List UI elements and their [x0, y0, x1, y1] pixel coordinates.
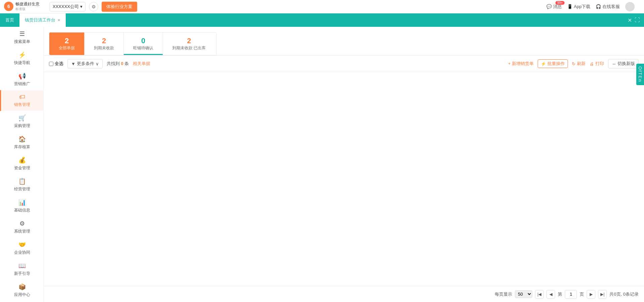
stat-number-pending: 0 [133, 37, 153, 45]
top-bar-right: 💬 消息 99+ 📱 App下载 🎧 在线客服 [546, 2, 640, 11]
stat-label-overdue: 到期未收款 [94, 46, 114, 50]
sidebar-item-finance[interactable]: 💰 资金管理 [0, 153, 43, 174]
search-icon: ☰ [19, 30, 25, 38]
logo-icon: 6 [4, 2, 13, 11]
app-download-button[interactable]: 📱 App下载 [567, 4, 590, 10]
company-selector[interactable]: XXXXXX公司 ▾ [50, 2, 86, 11]
stat-number-shipped: 2 [172, 37, 206, 45]
app-name: 畅捷通好生意 标准版 [15, 2, 40, 11]
table-area [44, 72, 644, 286]
result-text: 共找到 0 条 [107, 61, 129, 67]
sidebar: ☰ 搜索菜单 ⚡ 快捷导航 📢 营销推广 🏷 销售管理 🛒 采购管理 🏠 库存核… [0, 27, 44, 302]
refresh-icon: ↻ [572, 61, 576, 66]
sidebar-item-apps[interactable]: 📦 应用中心 [0, 280, 43, 301]
sidebar-item-enterprise[interactable]: 🤝 企业协同 [0, 238, 43, 259]
chevron-down-icon: ∨ [96, 61, 99, 66]
basics-icon: 📊 [18, 199, 26, 206]
total-text: 共0页, 0条记录 [609, 291, 639, 297]
nav-tab-actions: ✕ ⛶ [628, 17, 644, 23]
purchase-icon: 🛒 [18, 114, 26, 122]
sidebar-item-nav[interactable]: ⚡ 快捷导航 [0, 48, 43, 69]
message-button[interactable]: 💬 消息 99+ [546, 4, 562, 10]
operations-icon: 📋 [18, 178, 26, 185]
settings-button[interactable]: ⚙ [89, 2, 98, 11]
sidebar-item-operations[interactable]: 📋 经营管理 [0, 174, 43, 195]
tab-work[interactable]: 钱货日清工作台 ✕ [19, 13, 66, 27]
stat-number-overdue: 2 [94, 37, 114, 45]
toolbar: 全选 ▼ 更多条件 ∨ 共找到 0 条 相关单据 + 新增销货单 ⚡ 批 [44, 56, 644, 72]
sidebar-search-label: 搜索菜单 [14, 39, 30, 45]
inventory-icon: 🏠 [18, 135, 26, 143]
stat-card-pending[interactable]: 0 旺铺待确认 [124, 33, 163, 55]
print-button[interactable]: 🖨 打印 [590, 61, 604, 67]
top-bar-left: 6 畅捷通好生意 标准版 XXXXXX公司 ▾ ⚙ 体验行业方案 [4, 2, 137, 12]
finance-icon: 💰 [18, 157, 26, 164]
toolbar-right: + 新增销货单 ⚡ 批量操作 ↻ 刷新 🖨 打印 ↔ 切换新版 [508, 59, 639, 68]
nav-icon: ⚡ [18, 51, 26, 59]
expand-window-button[interactable]: ⛶ [635, 17, 640, 23]
result-count: 0 [121, 61, 123, 66]
first-page-button[interactable]: |◀ [535, 290, 544, 299]
sidebar-item-purchase[interactable]: 🛒 采购管理 [0, 111, 43, 132]
per-page-label: 每页显示 [495, 291, 512, 297]
sidebar-item-system[interactable]: ⚙ 系统管理 [0, 217, 43, 238]
enterprise-icon: 🤝 [18, 241, 26, 248]
print-icon: 🖨 [590, 61, 594, 66]
batch-icon: ⚡ [541, 61, 546, 66]
toolbar-left: 全选 ▼ 更多条件 ∨ 共找到 0 条 相关单据 [49, 59, 150, 68]
related-bills-link[interactable]: 相关单据 [133, 61, 150, 67]
prev-page-button[interactable]: ◀ [546, 290, 555, 299]
filter-icon: ▼ [71, 61, 75, 66]
stats-cards: 2 全部单据 2 到期未收款 0 旺铺待确认 2 到期未收款 已出库 [49, 32, 217, 55]
page-suffix: 页 [580, 291, 584, 297]
sidebar-item-sales[interactable]: 🏷 销售管理 [0, 90, 43, 111]
tab-close-icon[interactable]: ✕ [57, 18, 60, 22]
guide-icon: 📖 [18, 262, 26, 269]
sidebar-item-search[interactable]: ☰ 搜索菜单 [0, 27, 43, 48]
often-tag[interactable]: OfTEn [636, 64, 644, 85]
select-all-checkbox[interactable]: 全选 [49, 61, 63, 67]
switch-version-button[interactable]: ↔ 切换新版 [608, 59, 639, 68]
message-badge: 99+ [555, 1, 565, 5]
last-page-button[interactable]: ▶| [598, 290, 607, 299]
next-page-button[interactable]: ▶ [587, 290, 595, 299]
sidebar-item-guide[interactable]: 📖 新手引导 [0, 259, 43, 280]
stats-area: 2 全部单据 2 到期未收款 0 旺铺待确认 2 到期未收款 已出库 [44, 27, 644, 56]
select-all-input[interactable] [49, 62, 53, 66]
marketing-icon: 📢 [18, 72, 26, 80]
main-layout: ☰ 搜索菜单 ⚡ 快捷导航 📢 营销推广 🏷 销售管理 🛒 采购管理 🏠 库存核… [0, 27, 644, 302]
stat-card-shipped[interactable]: 2 到期未收款 已出库 [163, 33, 215, 55]
avatar [625, 2, 635, 11]
stat-number-all: 2 [59, 37, 75, 45]
stat-card-all[interactable]: 2 全部单据 [49, 33, 85, 55]
batch-button[interactable]: ⚡ 批量操作 [538, 59, 568, 68]
page-label: 第 [558, 291, 562, 297]
page-input[interactable] [565, 290, 577, 299]
industry-button[interactable]: 体验行业方案 [102, 2, 137, 12]
stat-label-shipped: 到期未收款 已出库 [172, 46, 206, 50]
online-service-button[interactable]: 🎧 在线客服 [596, 4, 620, 10]
system-icon: ⚙ [19, 220, 25, 227]
filter-button[interactable]: ▼ 更多条件 ∨ [67, 59, 103, 68]
sidebar-item-basics[interactable]: 📊 基础信息 [0, 195, 43, 217]
page-size-select[interactable]: 50 100 200 [515, 290, 532, 298]
refresh-button[interactable]: ↻ 刷新 [572, 61, 586, 67]
content-area: 2 全部单据 2 到期未收款 0 旺铺待确认 2 到期未收款 已出库 [44, 27, 644, 302]
top-bar: 6 畅捷通好生意 标准版 XXXXXX公司 ▾ ⚙ 体验行业方案 💬 消息 99… [0, 0, 644, 13]
tab-home[interactable]: 首页 [0, 13, 19, 27]
add-sales-button[interactable]: + 新增销货单 [508, 61, 534, 67]
nav-tabs: 首页 钱货日清工作台 ✕ ✕ ⛶ [0, 13, 644, 27]
stat-card-overdue[interactable]: 2 到期未收款 [85, 33, 124, 55]
sidebar-item-marketing[interactable]: 📢 营销推广 [0, 69, 43, 90]
close-window-button[interactable]: ✕ [628, 17, 632, 23]
logo-area: 6 畅捷通好生意 标准版 [4, 2, 40, 11]
apps-icon: 📦 [18, 283, 26, 291]
stat-label-pending: 旺铺待确认 [133, 46, 153, 50]
pagination-bar: 每页显示 50 100 200 |◀ ◀ 第 页 ▶ ▶| 共0页, 0条记录 [44, 286, 644, 302]
sales-icon: 🏷 [19, 94, 25, 101]
sidebar-item-inventory[interactable]: 🏠 库存核算 [0, 132, 43, 153]
switch-icon: ↔ [612, 61, 616, 66]
stat-label-all: 全部单据 [59, 46, 75, 50]
